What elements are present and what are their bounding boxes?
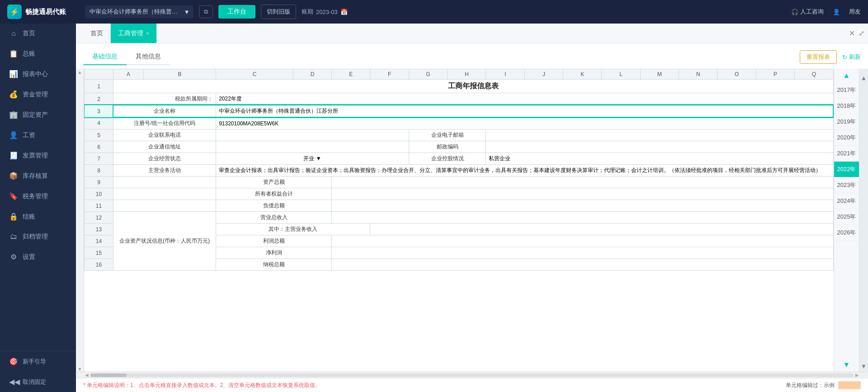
left-scroll[interactable]: ▲ ▼ <box>76 69 84 372</box>
table-cell[interactable]: 净利润 <box>216 247 332 259</box>
table-cell[interactable]: 企业联系电话 <box>113 129 216 141</box>
h-scrollbar[interactable]: ◀ ▶ <box>76 372 868 378</box>
table-cell[interactable] <box>486 129 833 141</box>
h-scroll-thumb[interactable] <box>90 373 127 377</box>
copy-button[interactable]: ⧉ <box>199 5 213 18</box>
col-header-L[interactable]: L <box>602 69 640 80</box>
col-header-F[interactable]: F <box>370 69 409 80</box>
sidebar-item-close[interactable]: 🔒结账 <box>0 206 76 227</box>
table-cell[interactable]: 审查企业会计报表；出具审计报告；验证企业资本；出具验资报告；办理企业合开、分立、… <box>216 165 833 177</box>
col-header-J[interactable]: J <box>524 69 563 80</box>
workbench-button[interactable]: 工作台 <box>218 5 255 19</box>
table-cell[interactable] <box>370 224 833 235</box>
year-item-2022年[interactable]: 2022年 <box>834 162 859 177</box>
col-header-K[interactable]: K <box>563 69 602 80</box>
col-header-E[interactable]: E <box>332 69 370 80</box>
sidebar-item-unfix[interactable]: ◀◀ 取消固定 <box>0 372 76 392</box>
col-header-G[interactable]: G <box>409 69 447 80</box>
col-header-B[interactable]: B <box>143 69 216 80</box>
sidebar-item-settings[interactable]: ⚙设置 <box>0 247 76 267</box>
sidebar-item-inventory[interactable]: 📦库存核算 <box>0 166 76 186</box>
table-cell[interactable] <box>332 259 833 271</box>
sub-tab-basic[interactable]: 基础信息 <box>83 49 127 65</box>
refresh-button[interactable]: ↻ 刷新 <box>842 53 861 61</box>
table-cell[interactable]: 企业资产状况信息(币种：人民币万元) <box>113 212 216 271</box>
sidebar-item-finance[interactable]: 💰资金管理 <box>0 84 76 105</box>
table-cell[interactable]: 利润总额 <box>216 235 332 247</box>
table-cell[interactable]: 企业经营状态 <box>113 153 216 165</box>
sidebar-item-invoice[interactable]: 🧾发票管理 <box>0 145 76 166</box>
table-cell[interactable]: 营业总收入 <box>216 212 332 224</box>
table-cell[interactable] <box>486 141 833 153</box>
tab-close-icon[interactable]: × <box>146 30 149 37</box>
year-item-2021年[interactable]: 2021年 <box>834 146 859 162</box>
sidebar-item-newbie[interactable]: 🎯 新手引导 <box>0 351 76 372</box>
year-item-2025年[interactable]: 2025年 <box>834 209 859 225</box>
sidebar-item-assets[interactable]: 🏢固定资产 <box>0 105 76 125</box>
table-cell[interactable]: 开业 ▼ <box>216 153 409 165</box>
maximize-icon[interactable]: ⤢ <box>859 29 864 38</box>
col-header-I[interactable]: I <box>486 69 524 80</box>
table-cell[interactable] <box>332 212 833 224</box>
year-item-2020年[interactable]: 2020年 <box>834 130 859 146</box>
col-header-P[interactable]: P <box>756 69 794 80</box>
company-selector[interactable]: 中审众环会计师事务所（特殊普通合伙... ▼ <box>85 5 193 18</box>
col-header-H[interactable]: H <box>448 69 486 80</box>
sub-tab-other[interactable]: 其他信息 <box>127 49 170 65</box>
table-cell[interactable]: 纳税总额 <box>216 259 332 271</box>
table-cell[interactable]: 工商年报信息表 <box>113 80 833 93</box>
table-cell[interactable]: 企业名称 <box>113 105 216 117</box>
col-header-C[interactable]: C <box>216 69 293 80</box>
table-cell[interactable]: 企业电子邮箱 <box>409 129 486 141</box>
year-item-2026年[interactable]: 2026年 <box>834 225 859 241</box>
year-item-2023年[interactable]: 2023年 <box>834 177 859 193</box>
close-window-icon[interactable]: ✕ <box>849 29 855 38</box>
table-cell[interactable] <box>332 235 833 247</box>
service-button[interactable]: 🎧 人工咨询 <box>791 8 824 16</box>
side-collapse[interactable]: ▲ ▼ <box>859 69 868 372</box>
spreadsheet-scroll[interactable]: ABCDEFGHIJKLMNOPQ1工商年报信息表2税款所属期间：2022年度3… <box>84 69 834 372</box>
col-header-Q[interactable]: Q <box>795 69 833 80</box>
sidebar-item-salary[interactable]: 👤工资 <box>0 125 76 145</box>
sidebar-item-archive[interactable]: 🗂归档管理 <box>0 227 76 247</box>
table-cell[interactable] <box>113 188 216 200</box>
table-cell[interactable] <box>216 141 409 153</box>
table-cell[interactable] <box>332 200 833 212</box>
table-cell[interactable] <box>332 188 833 200</box>
table-cell[interactable]: 企业通信地址 <box>113 141 216 153</box>
col-header-M[interactable]: M <box>640 69 679 80</box>
table-cell[interactable] <box>332 177 833 188</box>
table-cell[interactable]: 负债总额 <box>216 200 332 212</box>
col-header-O[interactable]: O <box>717 69 756 80</box>
year-item-2019年[interactable]: 2019年 <box>834 114 859 130</box>
table-cell[interactable] <box>216 129 409 141</box>
table-cell[interactable]: 资产总额 <box>216 177 332 188</box>
year-nav-down[interactable]: ▼ <box>834 358 859 372</box>
table-cell[interactable]: 主营业务活动 <box>113 165 216 177</box>
collapse-icon-down[interactable]: ▼ <box>860 361 868 372</box>
year-item-2017年[interactable]: 2017年 <box>834 82 859 98</box>
reset-report-button[interactable]: 重置报表 <box>800 50 837 64</box>
year-item-2018年[interactable]: 2018年 <box>834 98 859 114</box>
tab-home[interactable]: 首页 <box>83 24 111 43</box>
collapse-icon-up[interactable]: ▲ <box>860 72 868 83</box>
table-cell[interactable]: 所有者权益合计 <box>216 188 332 200</box>
sidebar-item-report[interactable]: 📊报表中心 <box>0 64 76 84</box>
table-cell[interactable]: 注册号/统一社会信用代码 <box>113 117 216 129</box>
table-cell[interactable]: 91320100MA208E5W6K <box>216 117 833 129</box>
sidebar-item-tax[interactable]: 🔖税务管理 <box>0 186 76 206</box>
col-header-A[interactable]: A <box>113 69 143 80</box>
tab-business[interactable]: 工商管理 × <box>111 24 157 43</box>
table-cell[interactable]: 中审众环会计师事务所（特殊普通合伙）江苏分所 <box>216 105 833 117</box>
sidebar-item-ledger[interactable]: 📋总账 <box>0 43 76 64</box>
table-cell[interactable] <box>113 200 216 212</box>
col-header-D[interactable]: D <box>293 69 331 80</box>
calendar-icon[interactable]: 📅 <box>340 9 348 15</box>
table-cell[interactable]: 私营企业 <box>486 153 833 165</box>
table-cell[interactable]: 税款所属期间： <box>113 93 216 105</box>
year-nav-up[interactable]: ▲ <box>834 69 859 82</box>
year-item-2024年[interactable]: 2024年 <box>834 193 859 209</box>
table-cell[interactable] <box>113 177 216 188</box>
sidebar-item-home[interactable]: ⌂首页 <box>0 24 76 43</box>
table-cell[interactable]: 邮政编码 <box>409 141 486 153</box>
